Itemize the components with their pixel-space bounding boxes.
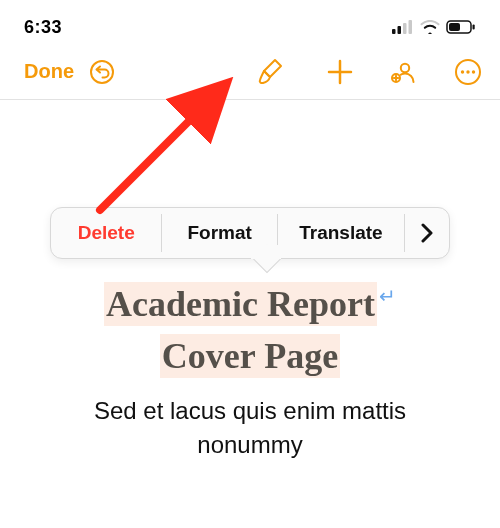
title-line-1: Academic Report bbox=[104, 282, 377, 326]
svg-rect-0 bbox=[392, 29, 396, 34]
callout-tail bbox=[257, 259, 277, 271]
svg-point-10 bbox=[401, 63, 409, 71]
svg-point-16 bbox=[461, 70, 464, 73]
chevron-right-icon bbox=[420, 223, 434, 243]
status-time: 6:33 bbox=[24, 17, 62, 38]
status-bar: 6:33 bbox=[0, 0, 500, 44]
document-body[interactable]: Sed et lacus quis enim mattis nonummy bbox=[0, 394, 500, 461]
svg-rect-1 bbox=[398, 26, 402, 34]
status-indicators bbox=[392, 20, 476, 34]
svg-rect-3 bbox=[409, 20, 413, 34]
context-menu: Delete Format Translate bbox=[50, 207, 450, 259]
undo-button[interactable] bbox=[88, 58, 116, 86]
toolbar: Done bbox=[0, 44, 500, 100]
wifi-icon bbox=[420, 20, 440, 34]
svg-point-17 bbox=[466, 70, 469, 73]
done-button[interactable]: Done bbox=[24, 60, 74, 83]
svg-point-7 bbox=[91, 61, 113, 83]
line-break-mark-icon: ↵ bbox=[379, 285, 396, 307]
format-brush-button[interactable] bbox=[256, 57, 286, 87]
insert-button[interactable] bbox=[326, 58, 354, 86]
document-title[interactable]: Academic Report↵ Cover Page bbox=[104, 278, 396, 382]
context-menu-delete[interactable]: Delete bbox=[51, 208, 161, 258]
title-line-2: Cover Page bbox=[160, 334, 340, 378]
signal-icon bbox=[392, 20, 414, 34]
document-area[interactable]: Academic Report↵ Cover Page Sed et lacus… bbox=[0, 278, 500, 462]
context-menu-translate[interactable]: Translate bbox=[278, 208, 404, 258]
svg-line-19 bbox=[100, 88, 222, 210]
svg-rect-5 bbox=[449, 23, 460, 31]
battery-icon bbox=[446, 20, 476, 34]
collaborate-button[interactable] bbox=[390, 58, 418, 86]
svg-point-18 bbox=[472, 70, 475, 73]
more-button[interactable] bbox=[454, 58, 482, 86]
svg-rect-6 bbox=[473, 25, 475, 30]
svg-rect-2 bbox=[403, 23, 407, 34]
context-menu-more[interactable] bbox=[405, 208, 449, 258]
